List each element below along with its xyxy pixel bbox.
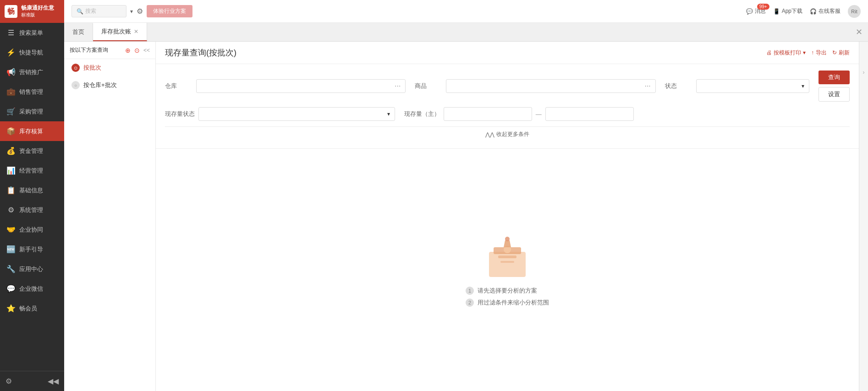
filter-warehouse: 仓库 ··· [165, 79, 406, 93]
sidebar-item-12[interactable]: 🔧应用中心 [0, 259, 64, 279]
app-download-btn[interactable]: 📱 App下载 [773, 7, 802, 15]
online-service-btn[interactable]: 🎧 在线客服 [810, 7, 841, 15]
topbar-right: 💬 消息 99+ 📱 App下载 🎧 在线客服 Rit [746, 5, 861, 18]
sidebar-item-6[interactable]: 💰资金管理 [0, 141, 64, 161]
sidebar-label-11: 新手引导 [19, 245, 43, 254]
sidebar-item-8[interactable]: 📋基础信息 [0, 180, 64, 200]
sidebar-item-2[interactable]: 📢营销推广 [0, 62, 64, 82]
sidebar-item-13[interactable]: 💬企业微信 [0, 279, 64, 299]
left-panel: 按以下方案查询 ⊕ ⊙ << ⊙ 按批次 ○ 按仓库+批次 [64, 42, 156, 391]
collapse-panel-icon[interactable]: << [143, 47, 150, 54]
filter-row-1: 仓库 ··· 商品 ··· 状态 [165, 71, 850, 102]
right-panel: 现存量查询(按批次) 🖨 按模板打印 ▾ ↑ 导出 ↻ 刷新 [156, 42, 859, 391]
sidebar-item-11[interactable]: 🆕新手引导 [0, 239, 64, 259]
tip-text-1: 请先选择要分析的方案 [478, 287, 537, 295]
sidebar-item-9[interactable]: ⚙系统管理 [0, 200, 64, 220]
sidebar-label-10: 企业协同 [19, 226, 43, 234]
page-content: 按以下方案查询 ⊕ ⊙ << ⊙ 按批次 ○ 按仓库+批次 现存量查询(按批次) [64, 42, 868, 391]
scheme-settings-icon[interactable]: ⊙ [134, 47, 140, 54]
scheme-inactive-icon: ○ [71, 81, 80, 89]
print-button[interactable]: 🖨 按模板打印 ▾ [766, 49, 806, 57]
scheme-item-warehouse-batch[interactable]: ○ 按仓库+批次 [64, 76, 155, 94]
query-button[interactable]: 查询 [819, 71, 850, 84]
warehouse-input[interactable]: ··· [196, 79, 406, 93]
sidebar-header: 畅 畅康通好生意 标准版 [0, 0, 64, 23]
refresh-button[interactable]: ↻ 刷新 [832, 49, 850, 57]
sidebar-icon-1: ⚡ [6, 48, 16, 57]
sidebar-label-6: 资金管理 [19, 147, 43, 155]
sidebar-item-10[interactable]: 🤝企业协同 [0, 220, 64, 239]
right-edge: › [859, 42, 868, 391]
empty-state: 1 请先选择要分析的方案 2 用过滤条件来缩小分析范围 [156, 149, 859, 391]
add-scheme-icon[interactable]: ⊕ [125, 47, 131, 54]
sidebar-icon-9: ⚙ [6, 206, 16, 214]
sidebar-item-3[interactable]: 💼销售管理 [0, 82, 64, 102]
settings-bottom-icon[interactable]: ⚙ [4, 375, 14, 387]
sidebar-label-2: 营销推广 [19, 68, 43, 76]
tabbar: 首页 库存批次账 ✕ ✕ [64, 23, 868, 42]
filter-stock-qty: 现存量（主） — [404, 107, 634, 121]
tab-close-right-icon[interactable]: ✕ [850, 27, 868, 37]
export-icon: ↑ [811, 49, 814, 56]
sidebar-icon-2: 📢 [6, 68, 16, 76]
sidebar-icon-3: 💼 [6, 87, 16, 96]
scheme-item-batch[interactable]: ⊙ 按批次 [64, 59, 155, 76]
svg-point-6 [505, 237, 510, 241]
filter-status: 状态 ▾ [665, 79, 809, 93]
filter-area: 仓库 ··· 商品 ··· 状态 [156, 64, 859, 149]
app-logo: 畅 [5, 5, 17, 18]
product-input[interactable]: ··· [446, 79, 655, 93]
stock-qty-from-input[interactable] [444, 107, 532, 121]
sidebar-item-14[interactable]: ⭐畅会员 [0, 299, 64, 318]
sidebar-icon-4: 🛒 [6, 107, 16, 116]
right-edge-arrow[interactable]: › [863, 69, 865, 76]
sidebar-label-0: 搜索菜单 [19, 29, 43, 37]
title-actions: 🖨 按模板打印 ▾ ↑ 导出 ↻ 刷新 [766, 49, 850, 57]
stock-qty-to-input[interactable] [545, 107, 634, 121]
collapse-sidebar-icon[interactable]: ◀◀ [46, 375, 60, 387]
empty-tip-2: 2 用过滤条件来缩小分析范围 [466, 299, 549, 307]
sidebar-label-12: 应用中心 [19, 265, 43, 273]
tip-text-2: 用过滤条件来缩小分析范围 [478, 299, 549, 307]
page-title: 现存量查询(按批次) [165, 47, 236, 58]
main-area: 🔍 搜索 ▾ ⚙ 体验行业方案 💬 消息 99+ 📱 App下载 🎧 在线客服 … [64, 0, 868, 391]
export-button[interactable]: ↑ 导出 [811, 49, 827, 57]
print-dropdown-icon[interactable]: ▾ [803, 49, 806, 56]
status-select[interactable]: ▾ [696, 79, 809, 93]
empty-illustration [480, 234, 535, 279]
tab-inventory[interactable]: 库存批次账 ✕ [93, 23, 147, 41]
tab-inventory-label: 库存批次账 [101, 27, 131, 36]
tab-close-icon[interactable]: ✕ [134, 28, 138, 35]
sidebar-item-5[interactable]: 📦库存核算 [0, 121, 64, 141]
sidebar-item-1[interactable]: ⚡快捷导航 [0, 43, 64, 62]
settings-button[interactable]: 设置 [819, 87, 850, 102]
user-avatar[interactable]: Rit [848, 5, 861, 18]
collapse-more-btn[interactable]: ⋀⋀ 收起更多条件 [165, 126, 850, 142]
collapse-more-label: 收起更多条件 [496, 130, 529, 138]
stock-status-label: 现存量状态 [165, 110, 195, 118]
export-label: 导出 [816, 49, 827, 57]
empty-tips: 1 请先选择要分析的方案 2 用过滤条件来缩小分析范围 [466, 287, 549, 307]
search-icon: 🔍 [77, 8, 83, 15]
messages-btn[interactable]: 💬 消息 99+ [746, 7, 766, 15]
search-bar[interactable]: 🔍 搜索 [71, 5, 126, 17]
product-label: 商品 [415, 82, 442, 90]
sidebar-item-7[interactable]: 📊经营管理 [0, 161, 64, 180]
filter-product: 商品 ··· [415, 79, 655, 93]
collapse-up-icon: ⋀⋀ [485, 131, 494, 138]
search-dropdown-icon[interactable]: ▾ [130, 8, 133, 15]
tab-home[interactable]: 首页 [64, 23, 93, 41]
sidebar-icon-5: 📦 [6, 127, 16, 136]
stock-status-select[interactable]: ▾ [198, 107, 395, 121]
topbar-left: 🔍 搜索 ▾ ⚙ 体验行业方案 [71, 5, 742, 17]
sidebar-item-4[interactable]: 🛒采购管理 [0, 102, 64, 121]
experience-button[interactable]: 体验行业方案 [147, 5, 192, 17]
app-download-label: App下载 [782, 7, 802, 15]
sidebar-item-0[interactable]: ☰搜索菜单 [0, 23, 64, 43]
filter-buttons: 查询 设置 [819, 71, 850, 102]
topbar-settings-icon[interactable]: ⚙ [137, 7, 143, 16]
sidebar-label-13: 企业微信 [19, 285, 43, 293]
sidebar-icon-10: 🤝 [6, 225, 16, 234]
stock-status-arrow-icon: ▾ [387, 111, 390, 117]
sidebar-label-3: 销售管理 [19, 88, 43, 96]
